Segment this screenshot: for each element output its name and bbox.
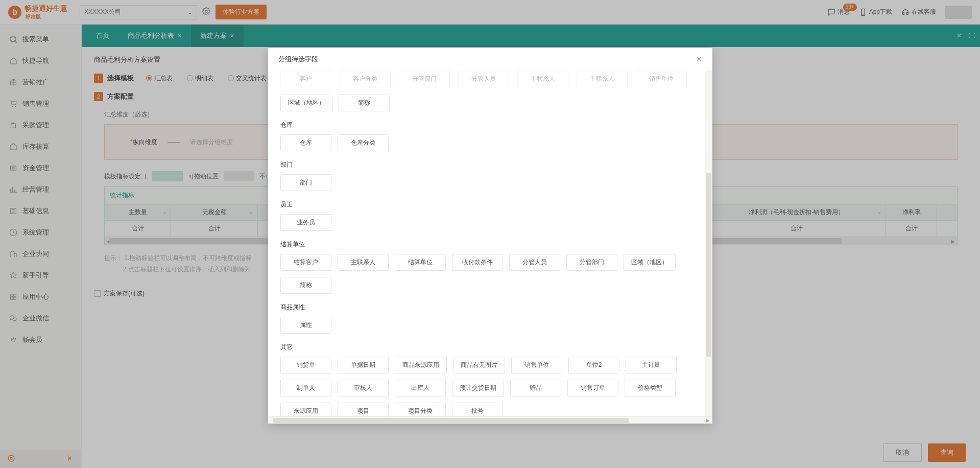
field-chip[interactable]: 审核人 (338, 380, 389, 396)
field-chip[interactable]: 分管人员 (509, 254, 560, 271)
scroll-right-icon[interactable]: ▶ (704, 417, 711, 424)
field-chip[interactable]: 收付款条件 (452, 254, 503, 271)
chip-row: 仓库仓库分类 (280, 134, 700, 151)
field-chip[interactable]: 结算客户 (280, 254, 331, 271)
field-chip[interactable]: 客户 (280, 71, 331, 87)
chip-row: 部门 (280, 174, 700, 191)
modal-body: 客户客户分类分管部门分管人员主联系人主联系人销售单位 区域（地区）简称 仓库仓库… (268, 71, 712, 416)
field-chip[interactable]: 销货单 (280, 357, 331, 373)
field-chip[interactable]: 简称 (339, 95, 390, 111)
field-chip[interactable]: 预计交货日期 (452, 380, 504, 396)
field-chip[interactable]: 单据日期 (338, 357, 389, 373)
field-chip[interactable]: 仓库 (280, 134, 331, 151)
chip-row: 结算客户主联系人结算单位收付款条件分管人员分管部门区域（地区） (280, 254, 700, 271)
field-chip[interactable]: 主联系人 (517, 71, 568, 87)
field-chip[interactable]: 单位2 (568, 357, 619, 373)
field-picker-modal: 分组待选字段 ✕ 客户客户分类分管部门分管人员主联系人主联系人销售单位 区域（地… (268, 48, 712, 424)
field-chip[interactable]: 销售订单 (567, 380, 618, 396)
group-title: 员工 (280, 200, 700, 209)
scroll-thumb[interactable] (273, 418, 629, 423)
field-chip[interactable]: 销售单位 (636, 71, 687, 87)
field-chip[interactable]: 结算单位 (395, 254, 446, 271)
field-chip[interactable]: 项目分类 (395, 403, 446, 416)
field-chip[interactable]: 主计量 (626, 357, 677, 373)
field-chip[interactable]: 仓库分类 (338, 134, 389, 151)
group-title: 结算单位 (280, 240, 700, 249)
field-chip[interactable]: 主联系人 (338, 254, 389, 271)
field-chip[interactable]: 简称 (280, 277, 331, 294)
group-title: 其它 (280, 343, 700, 352)
field-chip[interactable]: 客户分类 (340, 71, 391, 87)
modal-hscroll[interactable]: ▶ (268, 416, 712, 424)
field-chip[interactable]: 项目 (338, 403, 389, 416)
chip-row: 业务员 (280, 214, 700, 231)
field-chip[interactable]: 属性 (280, 317, 331, 334)
field-chip[interactable]: 分管部门 (399, 71, 450, 87)
field-chip[interactable]: 分管人员 (458, 71, 509, 87)
field-chip[interactable]: 商品来源应用 (395, 357, 447, 373)
field-chip[interactable]: 制单人 (280, 380, 331, 396)
modal-vscroll[interactable] (705, 71, 712, 416)
field-chip[interactable]: 赠品 (510, 380, 561, 396)
field-chip[interactable]: 商品有无图片 (453, 357, 505, 373)
modal-title: 分组待选字段 (278, 55, 318, 64)
field-chip[interactable]: 出库人 (395, 380, 446, 396)
field-chip[interactable]: 部门 (280, 174, 331, 191)
chip-row: 简称 (280, 277, 700, 294)
field-chip[interactable]: 主联系人 (577, 71, 628, 87)
group-title: 仓库 (280, 121, 700, 129)
field-chip[interactable]: 业务员 (280, 214, 331, 231)
field-chip[interactable]: 销售单位 (511, 357, 562, 373)
field-chip[interactable]: 来源应用 (280, 403, 331, 416)
field-chip[interactable]: 价格类型 (625, 380, 676, 396)
field-chip[interactable]: 区域（地区） (280, 95, 332, 111)
field-chip[interactable]: 批号 (452, 403, 503, 416)
chip-row: 来源应用项目项目分类批号 (280, 403, 700, 416)
close-icon[interactable]: ✕ (696, 55, 702, 63)
group-title: 商品属性 (280, 303, 700, 312)
group-title: 部门 (280, 160, 700, 169)
chip-row: 属性 (280, 317, 700, 334)
modal-header: 分组待选字段 ✕ (268, 48, 712, 71)
chip-row: 销货单单据日期商品来源应用商品有无图片销售单位单位2主计量 (280, 357, 700, 373)
scroll-thumb[interactable] (706, 173, 711, 357)
chip-row: 制单人审核人出库人预计交货日期赠品销售订单价格类型 (280, 380, 700, 396)
field-chip[interactable]: 分管部门 (566, 254, 617, 271)
field-chip[interactable]: 区域（地区） (624, 254, 676, 271)
